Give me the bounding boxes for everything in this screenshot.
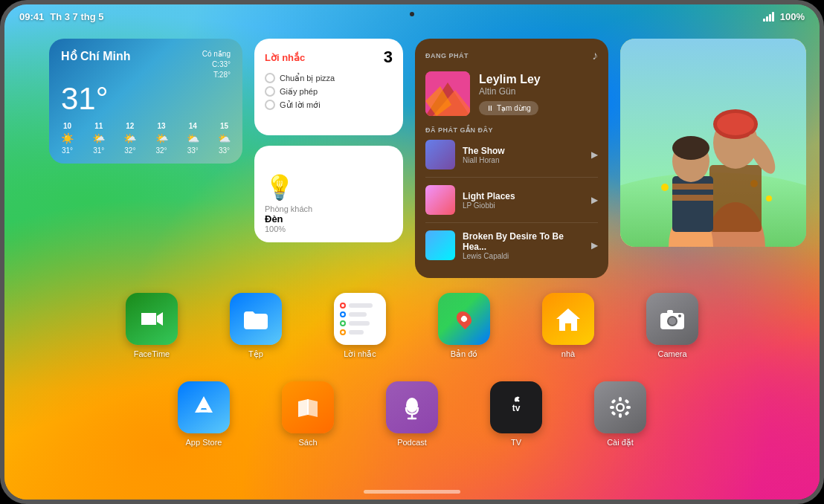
status-left: 09:41 Th 3 7 thg 5 bbox=[19, 11, 103, 22]
app-settings[interactable]: Cài đặt bbox=[594, 381, 646, 448]
reminder-text-2: Gửi lời mới bbox=[280, 100, 321, 110]
svg-rect-47 bbox=[611, 410, 616, 416]
app-tv-label: TV bbox=[511, 438, 521, 447]
music-queue-art-2 bbox=[425, 230, 455, 260]
weather-city: Hồ Chí Minh bbox=[61, 49, 131, 63]
reminder-text-0: Chuẩn bị pizza bbox=[280, 74, 335, 83]
home-indicator[interactable] bbox=[364, 490, 460, 494]
tv-inner: tv bbox=[490, 381, 542, 433]
weather-forecast: 10 ☀️ 31° 11 🌤️ 31° 12 🌤️ 32° bbox=[61, 122, 231, 155]
rem-icon-line-2 bbox=[340, 311, 380, 317]
music-pause-button[interactable]: ⏸ Tạm dừng bbox=[479, 101, 538, 115]
app-home[interactable]: nhà bbox=[542, 293, 594, 359]
music-info: Leylim Ley Altin Gün ⏸ Tạm dừng bbox=[479, 72, 598, 115]
svg-rect-43 bbox=[610, 406, 614, 409]
svg-point-40 bbox=[618, 405, 623, 410]
photos-bg bbox=[620, 39, 806, 247]
app-home-icon bbox=[542, 293, 594, 345]
light-widget[interactable]: 💡 Phòng khách Đèn 100% bbox=[254, 146, 403, 242]
forecast-day-1: 11 🌤️ 31° bbox=[92, 122, 105, 155]
music-album-art bbox=[425, 71, 470, 116]
forecast-day-0: 10 ☀️ 31° bbox=[61, 122, 74, 155]
app-reminders[interactable]: Lời nhắc bbox=[334, 293, 386, 359]
music-note-area: ĐANG PHÁT ♪ bbox=[425, 49, 598, 62]
app-files[interactable]: Tệp bbox=[230, 293, 282, 359]
music-queue-item-1[interactable]: Light Places LP Giobbi ▶ bbox=[425, 185, 598, 223]
app-grid: FaceTime Tệp bbox=[4, 285, 820, 455]
app-appstore-icon bbox=[178, 381, 230, 433]
pause-icon: ⏸ bbox=[486, 104, 494, 112]
app-podcasts-label: Podcast bbox=[397, 438, 427, 447]
music-queue-info-0: The Show Niall Horan bbox=[463, 146, 584, 164]
music-queue-item-0[interactable]: The Show Niall Horan ▶ bbox=[425, 140, 598, 178]
small-widgets: Lời nhắc 3 Chuẩn bị pizza Giấy phép Gửi … bbox=[254, 39, 403, 242]
light-percent: 100% bbox=[265, 224, 393, 233]
svg-rect-44 bbox=[626, 406, 631, 409]
app-books[interactable]: Sách bbox=[282, 381, 334, 448]
music-queue-play-2[interactable]: ▶ bbox=[591, 240, 598, 251]
music-album-art-inner bbox=[425, 71, 470, 116]
rem-bar-2 bbox=[349, 312, 367, 317]
svg-point-35 bbox=[406, 398, 418, 413]
music-queue-play-0[interactable]: ▶ bbox=[591, 149, 598, 160]
music-queue-artist-1: LP Giobbi bbox=[463, 201, 584, 210]
forecast-day-3: 13 🌤️ 32° bbox=[155, 122, 168, 155]
wifi-icon bbox=[763, 11, 774, 22]
appstore-inner bbox=[178, 381, 230, 433]
rem-circle-2 bbox=[340, 311, 346, 317]
svg-rect-42 bbox=[619, 413, 622, 418]
widgets-row: Hồ Chí Minh Có nắng C:33° T:28° 31° 10 ☀… bbox=[4, 28, 820, 285]
reminders-title: Lời nhắc bbox=[265, 52, 305, 63]
reminder-circle-2 bbox=[265, 100, 275, 110]
svg-rect-45 bbox=[611, 398, 616, 404]
music-queue-item-2[interactable]: Broken By Desire To Be Hea... Lewis Capa… bbox=[425, 230, 598, 268]
wifi-bar-2 bbox=[766, 16, 768, 22]
app-camera[interactable]: Camera bbox=[646, 293, 698, 359]
app-facetime[interactable]: FaceTime bbox=[126, 293, 178, 359]
home-screen: Hồ Chí Minh Có nắng C:33° T:28° 31° 10 ☀… bbox=[4, 4, 820, 500]
status-date: Th 3 7 thg 5 bbox=[50, 11, 103, 22]
reminders-widget[interactable]: Lời nhắc 3 Chuẩn bị pizza Giấy phép Gửi … bbox=[254, 39, 403, 135]
reminder-item-0: Chuẩn bị pizza bbox=[265, 73, 393, 83]
books-inner bbox=[282, 381, 334, 433]
svg-rect-41 bbox=[619, 397, 622, 401]
music-queue-play-1[interactable]: ▶ bbox=[591, 195, 598, 205]
photos-widget[interactable] bbox=[620, 39, 806, 247]
app-podcasts[interactable]: Podcast bbox=[386, 381, 438, 448]
app-appstore[interactable]: App Store bbox=[178, 381, 230, 448]
app-settings-label: Cài đặt bbox=[607, 438, 634, 448]
app-reminders-icon bbox=[334, 293, 386, 345]
wifi-bar-1 bbox=[763, 19, 765, 22]
app-tv-icon: tv bbox=[490, 381, 542, 433]
reminder-circle-0 bbox=[265, 73, 275, 83]
music-queue-title-1: Light Places bbox=[463, 191, 584, 201]
reminder-circle-1 bbox=[265, 86, 275, 97]
forecast-day-4: 14 ⛅ 33° bbox=[187, 122, 199, 155]
app-facetime-icon bbox=[126, 293, 178, 345]
music-widget[interactable]: ĐANG PHÁT ♪ bbox=[415, 39, 608, 278]
music-queue-artist-0: Niall Horan bbox=[463, 156, 584, 164]
music-queue-artist-2: Lewis Capaldi bbox=[463, 252, 584, 260]
podcasts-inner bbox=[386, 381, 438, 433]
rem-icon-line-1 bbox=[340, 303, 380, 308]
app-maps-label: Bản đồ bbox=[451, 349, 478, 359]
rem-bar-3 bbox=[349, 321, 370, 326]
maps-pin bbox=[454, 308, 474, 329]
svg-rect-46 bbox=[624, 398, 629, 404]
weather-widget[interactable]: Hồ Chí Minh Có nắng C:33° T:28° 31° 10 ☀… bbox=[49, 39, 242, 164]
svg-marker-25 bbox=[157, 312, 163, 326]
music-queue-title-0: The Show bbox=[463, 146, 584, 156]
music-now-playing: Leylim Ley Altin Gün ⏸ Tạm dừng bbox=[425, 71, 598, 116]
reminder-item-1: Giấy phép bbox=[265, 86, 393, 97]
svg-rect-30 bbox=[667, 310, 673, 314]
app-row-2: App Store bbox=[34, 381, 790, 448]
camera-notch bbox=[410, 12, 414, 16]
light-name: Đèn bbox=[265, 213, 393, 224]
svg-text:tv: tv bbox=[512, 403, 521, 413]
music-controls[interactable]: ⏸ Tạm dừng bbox=[479, 101, 598, 115]
status-time: 09:41 bbox=[19, 11, 44, 22]
app-tv[interactable]: tv TV bbox=[490, 381, 542, 448]
music-queue-info-2: Broken By Desire To Be Hea... Lewis Capa… bbox=[463, 231, 584, 260]
music-recent-label: ĐÃ PHÁT GẦN ĐÂY bbox=[425, 126, 598, 134]
app-maps[interactable]: Bản đồ bbox=[438, 293, 490, 359]
